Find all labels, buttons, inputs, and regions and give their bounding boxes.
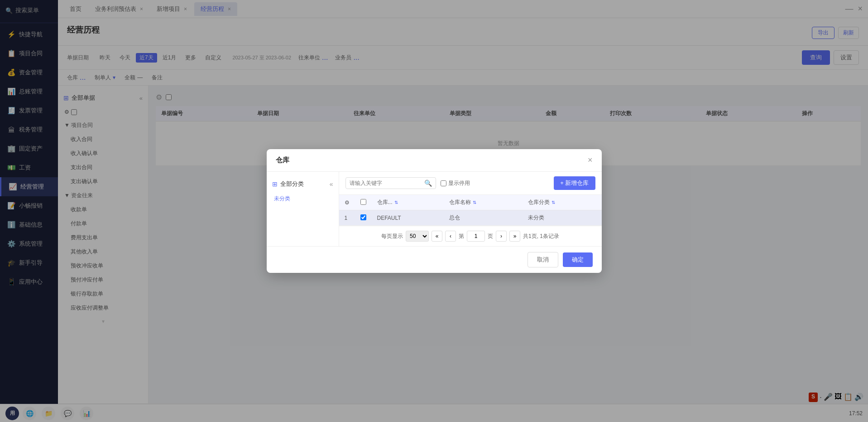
dialog-select-all[interactable] (360, 199, 366, 205)
confirm-button[interactable]: 确定 (563, 252, 593, 267)
dialog-body: ⊞ 全部分类 « 未分类 🔍 显示停用 (267, 172, 602, 246)
dialog-unclassified[interactable]: 未分类 (267, 192, 339, 206)
dialog-toolbar: 🔍 显示停用 + 新增仓库 (339, 172, 602, 195)
dialog-first-page[interactable]: « (432, 231, 442, 242)
dialog-per-page-select[interactable]: 50 100 200 (406, 231, 429, 242)
table-row[interactable]: 1 DEFAULT 总仓 未分类 (339, 210, 602, 226)
dialog-per-page-label: 每页显示 (381, 233, 403, 240)
dialog-overlay: 仓库 × ⊞ 全部分类 « 未分类 (0, 0, 868, 422)
dialog-search-box[interactable]: 🔍 (345, 177, 436, 189)
dialog-page-label: 第 (459, 233, 464, 240)
row-warehouse-name: 总仓 (444, 210, 523, 226)
col-checkbox (355, 195, 372, 210)
dialog-table-wrap: ⚙ 仓库... ⇅ 仓库名称 (339, 195, 602, 226)
dialog-table: ⚙ 仓库... ⇅ 仓库名称 (339, 195, 602, 226)
dialog-next-page[interactable]: › (496, 231, 507, 242)
all-category-label: 全部分类 (280, 180, 304, 188)
grid-icon-dialog: ⊞ (272, 180, 278, 188)
col-warehouse-category-sort[interactable]: ⇅ (551, 200, 555, 205)
show-disabled-checkbox[interactable] (441, 180, 446, 186)
dialog-prev-page[interactable]: ‹ (445, 231, 456, 242)
dialog-right-panel: 🔍 显示停用 + 新增仓库 ⚙ (339, 172, 602, 246)
row-num: 1 (339, 210, 355, 226)
cancel-button[interactable]: 取消 (528, 252, 558, 267)
col-warehouse-code-sort[interactable]: ⇅ (394, 200, 398, 205)
dialog-search-input[interactable] (350, 180, 422, 186)
dialog-close-button[interactable]: × (588, 155, 593, 165)
dialog-all-category[interactable]: ⊞ 全部分类 « (267, 176, 339, 192)
add-warehouse-button[interactable]: + 新增仓库 (554, 176, 595, 190)
col-warehouse-category: 仓库分类 ⇅ (523, 195, 601, 210)
col-warehouse-name-sort[interactable]: ⇅ (473, 200, 476, 205)
row-checkbox[interactable] (355, 210, 372, 226)
dialog-title: 仓库 (276, 156, 289, 165)
dialog-total: 共1页, 1条记录 (523, 233, 559, 240)
dialog-footer: 取消 确定 (267, 246, 602, 273)
show-disabled-text: 显示停用 (448, 179, 470, 187)
row-warehouse-code: DEFAULT (372, 210, 444, 226)
dialog-collapse-icon[interactable]: « (330, 180, 333, 188)
dialog-search-icon[interactable]: 🔍 (424, 179, 432, 187)
dialog-last-page[interactable]: » (509, 231, 520, 242)
dialog-page-input[interactable] (467, 231, 485, 242)
show-disabled-label[interactable]: 显示停用 (441, 179, 470, 187)
dialog-pagination: 每页显示 50 100 200 « ‹ 第 页 › » 共1页, 1条记录 (339, 226, 602, 246)
dialog-header: 仓库 × (267, 149, 602, 172)
dialog-left-panel: ⊞ 全部分类 « 未分类 (267, 172, 339, 246)
col-settings[interactable]: ⚙ (339, 195, 355, 210)
dialog-left-scroll: 未分类 (267, 192, 339, 242)
warehouse-dialog: 仓库 × ⊞ 全部分类 « 未分类 (267, 149, 602, 273)
dialog-page-suffix: 页 (488, 233, 493, 240)
col-warehouse-code: 仓库... ⇅ (372, 195, 444, 210)
row-warehouse-category: 未分类 (523, 210, 601, 226)
dialog-header-row: ⚙ 仓库... ⇅ 仓库名称 (339, 195, 602, 210)
col-warehouse-name: 仓库名称 ⇅ (444, 195, 523, 210)
